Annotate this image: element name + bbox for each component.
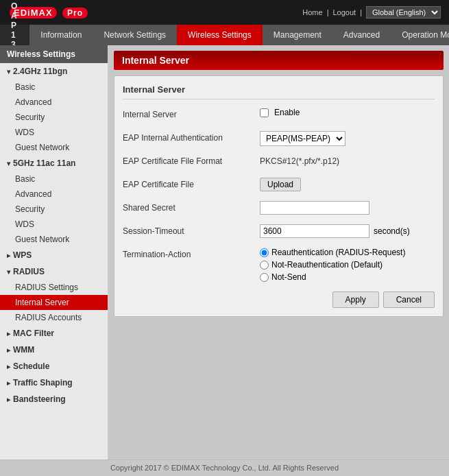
arrow-icon: ▸: [7, 346, 10, 354]
sidebar-group-mac[interactable]: ▸ MAC Filter: [0, 325, 108, 342]
nav-wireless[interactable]: Wireless Settings: [177, 25, 263, 45]
shared-secret-control: [260, 201, 435, 215]
sidebar-group-24ghz[interactable]: ▾ 2.4GHz 11bgn: [0, 63, 108, 80]
session-timeout-row: Session-Timeout second(s): [123, 224, 435, 241]
cert-format-value: PKCS#12(*.pfx/*.p12): [260, 154, 435, 166]
internal-server-label: Internal Server: [123, 108, 260, 119]
enable-text: Enable: [274, 108, 300, 117]
sidebar-group-wps[interactable]: ▸ WPS: [0, 247, 108, 263]
arrow-icon: ▸: [7, 363, 10, 370]
logo-badge: Pro: [62, 8, 88, 19]
sidebar-item-24-advanced[interactable]: Advanced: [0, 95, 108, 110]
arrow-icon: ▾: [7, 160, 10, 167]
sidebar-item-radius-settings[interactable]: RADIUS Settings: [0, 280, 108, 295]
top-right-nav: Home | Logout | Global (English): [302, 6, 441, 19]
radio-reauth-label: Reauthentication (RADIUS-Request): [260, 248, 435, 257]
sidebar-item-24-basic[interactable]: Basic: [0, 80, 108, 95]
session-timeout-control: second(s): [260, 224, 435, 238]
logout-link[interactable]: Logout: [332, 8, 356, 16]
shared-secret-label: Shared Secret: [123, 201, 260, 213]
arrow-icon: ▾: [7, 268, 10, 276]
language-select[interactable]: Global (English): [366, 6, 441, 19]
sidebar-item-24-wds[interactable]: WDS: [0, 125, 108, 140]
radio-not-reauth[interactable]: [260, 261, 269, 270]
page-header: Internal Server: [114, 51, 444, 70]
footer-text: Copyright 2017 © EDIMAX Technology Co., …: [110, 464, 339, 472]
termination-label: Termination-Action: [123, 248, 260, 259]
termination-row: Termination-Action Reauthentication (RAD…: [123, 248, 435, 282]
shared-secret-input[interactable]: [260, 201, 369, 215]
internal-server-card: Internal Server Internal Server Enable E…: [114, 75, 444, 317]
logo: EDiMAX Pro: [8, 6, 88, 19]
arrow-icon: ▸: [7, 396, 10, 403]
apply-button[interactable]: Apply: [332, 291, 379, 308]
session-input-group: second(s): [260, 224, 435, 238]
nav-advanced[interactable]: Advanced: [332, 25, 391, 45]
nav-operation[interactable]: Operation Mode: [391, 25, 449, 45]
card-title: Internal Server: [123, 84, 435, 99]
radio-not-send-text: Not-Send: [271, 272, 306, 282]
sidebar-group-radius[interactable]: ▾ RADIUS: [0, 263, 108, 280]
eap-auth-label: EAP Internal Authentication: [123, 131, 260, 143]
radio-not-send[interactable]: [260, 273, 269, 282]
enable-label: Enable: [260, 108, 435, 117]
cert-format-label: EAP Certificate File Format: [123, 154, 260, 166]
sidebar-group-wmm[interactable]: ▸ WMM: [0, 342, 108, 358]
termination-radio-group: Reauthentication (RADIUS-Request) Not-Re…: [260, 248, 435, 282]
eap-auth-select[interactable]: PEAP(MS-PEAP) EAP-TLS EAP-TTLS: [260, 131, 345, 146]
cert-file-control: Upload: [260, 178, 435, 191]
radio-not-reauth-text: Not-Reauthentication (Default): [271, 260, 383, 270]
cancel-button[interactable]: Cancel: [383, 291, 435, 308]
cert-format-row: EAP Certificate File Format PKCS#12(*.pf…: [123, 154, 435, 171]
cert-file-row: EAP Certificate File Upload: [123, 178, 435, 194]
session-timeout-label: Session-Timeout: [123, 224, 260, 236]
content-area: Internal Server Internal Server Internal…: [108, 45, 449, 460]
internal-server-row: Internal Server Enable: [123, 108, 435, 124]
footer: Copyright 2017 © EDIMAX Technology Co., …: [0, 460, 449, 476]
main-layout: Wireless Settings ▾ 2.4GHz 11bgn Basic A…: [0, 45, 449, 460]
sidebar-item-internal-server[interactable]: Internal Server: [0, 295, 108, 310]
radio-reauth[interactable]: [260, 248, 269, 257]
internal-server-control: Enable: [260, 108, 435, 117]
cert-file-label: EAP Certificate File: [123, 178, 260, 189]
upload-button[interactable]: Upload: [260, 178, 301, 191]
nav-bar: O A P 1 3 0 0 Information Network Settin…: [0, 25, 449, 45]
sidebar-header: Wireless Settings: [0, 45, 108, 63]
sidebar-item-24-guest[interactable]: Guest Network: [0, 140, 108, 155]
session-timeout-input[interactable]: [260, 224, 369, 238]
top-bar: EDiMAX Pro Home | Logout | Global (Engli…: [0, 0, 449, 25]
radio-not-reauth-label: Not-Reauthentication (Default): [260, 260, 435, 270]
enable-checkbox[interactable]: [260, 108, 269, 117]
termination-control: Reauthentication (RADIUS-Request) Not-Re…: [260, 248, 435, 282]
arrow-icon: ▾: [7, 68, 10, 75]
sidebar-item-5-guest[interactable]: Guest Network: [0, 232, 108, 247]
arrow-icon: ▸: [7, 252, 10, 259]
eap-auth-control: PEAP(MS-PEAP) EAP-TLS EAP-TTLS: [260, 131, 435, 146]
shared-secret-row: Shared Secret: [123, 201, 435, 217]
sidebar-item-5-security[interactable]: Security: [0, 202, 108, 217]
sidebar-item-5-wds[interactable]: WDS: [0, 217, 108, 232]
eap-auth-row: EAP Internal Authentication PEAP(MS-PEAP…: [123, 131, 435, 147]
radio-reauth-text: Reauthentication (RADIUS-Request): [271, 248, 405, 257]
radio-not-send-label: Not-Send: [260, 272, 435, 282]
session-unit: second(s): [374, 226, 410, 236]
sidebar-group-bandsteering[interactable]: ▸ Bandsteering: [0, 391, 108, 407]
device-label: O A P 1 3 0 0: [0, 25, 29, 45]
nav-management[interactable]: Management: [263, 25, 332, 45]
arrow-icon: ▸: [7, 379, 10, 387]
nav-network[interactable]: Network Settings: [93, 25, 177, 45]
home-link[interactable]: Home: [302, 8, 322, 16]
sidebar-item-radius-accounts[interactable]: RADIUS Accounts: [0, 310, 108, 325]
nav-information[interactable]: Information: [29, 25, 93, 45]
sidebar-group-schedule[interactable]: ▸ Schedule: [0, 358, 108, 374]
arrow-icon: ▸: [7, 330, 10, 337]
sidebar-item-5-advanced[interactable]: Advanced: [0, 187, 108, 202]
sidebar-item-5-basic[interactable]: Basic: [0, 171, 108, 187]
sidebar-group-5ghz[interactable]: ▾ 5GHz 11ac 11an: [0, 155, 108, 171]
sidebar-group-traffic[interactable]: ▸ Traffic Shaping: [0, 374, 108, 391]
sidebar: Wireless Settings ▾ 2.4GHz 11bgn Basic A…: [0, 45, 108, 460]
button-row: Apply Cancel: [123, 291, 435, 308]
sidebar-item-24-security[interactable]: Security: [0, 110, 108, 125]
